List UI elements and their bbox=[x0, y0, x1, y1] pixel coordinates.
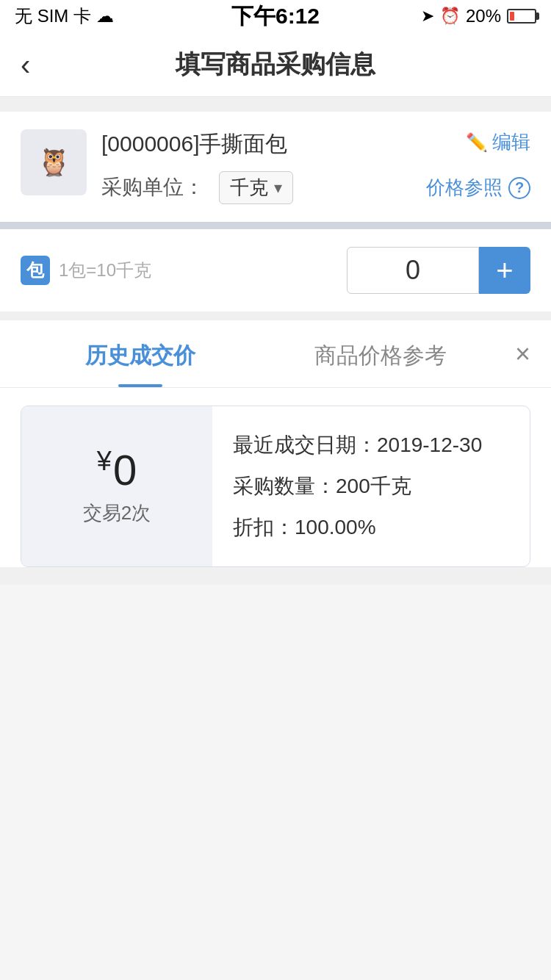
quantity-row: 包 1包=10千克 + bbox=[0, 229, 551, 311]
battery-percent: 20% bbox=[466, 6, 501, 26]
quantity-plus-button[interactable]: + bbox=[479, 247, 530, 294]
history-price-panel: ¥0 交易2次 bbox=[21, 406, 212, 566]
product-card: 🦉 [0000006]手撕面包 ✏️ 编辑 采购单位： 千克 ▾ 价格参照 bbox=[0, 112, 551, 222]
discount-row: 折扣：100.00% bbox=[233, 512, 509, 543]
back-button[interactable]: ‹ bbox=[21, 50, 30, 79]
main-content-area bbox=[0, 585, 551, 980]
status-left: 无 SIM 卡 ☁ bbox=[15, 4, 114, 28]
product-name: [0000006]手撕面包 bbox=[101, 129, 287, 159]
product-header: [0000006]手撕面包 ✏️ 编辑 bbox=[101, 129, 530, 159]
status-bar: 无 SIM 卡 ☁ 下午6:12 ➤ ⏰ 20% bbox=[0, 0, 551, 32]
status-time: 下午6:12 bbox=[231, 1, 320, 32]
tab-header: 历史成交价 商品价格参考 × bbox=[0, 320, 551, 388]
dropdown-arrow-icon: ▾ bbox=[274, 179, 282, 198]
unit-conversion: 1包=10千克 bbox=[59, 259, 151, 282]
tab-history-price[interactable]: 历史成交价 bbox=[21, 320, 260, 387]
purchase-qty-row: 采购数量：200千克 bbox=[233, 471, 509, 502]
product-unit-row: 采购单位： 千克 ▾ 价格参照 ? bbox=[101, 171, 530, 204]
quantity-label: 包 1包=10千克 bbox=[21, 256, 151, 285]
unit-left: 采购单位： 千克 ▾ bbox=[101, 171, 293, 204]
tab-section: 历史成交价 商品价格参考 × ¥0 交易2次 最近成交日期：2019-12-30… bbox=[0, 320, 551, 567]
tab-product-price[interactable]: 商品价格参考 bbox=[260, 320, 500, 387]
unit-badge: 包 bbox=[21, 256, 50, 285]
page-title: 填写商品采购信息 bbox=[176, 48, 375, 82]
section-divider bbox=[0, 222, 551, 229]
trade-date-row: 最近成交日期：2019-12-30 bbox=[233, 430, 509, 461]
trade-date-value: 2019-12-30 bbox=[377, 433, 482, 456]
edit-label: 编辑 bbox=[492, 129, 530, 155]
nav-bar: ‹ 填写商品采购信息 bbox=[0, 32, 551, 97]
tab-close-button[interactable]: × bbox=[500, 326, 530, 382]
product-info: [0000006]手撕面包 ✏️ 编辑 采购单位： 千克 ▾ 价格参照 ? bbox=[101, 129, 530, 204]
price-reference-button[interactable]: 价格参照 ? bbox=[426, 175, 530, 201]
history-card: ¥0 交易2次 最近成交日期：2019-12-30 采购数量：200千克 折扣：… bbox=[21, 406, 530, 567]
purchase-qty-label: 采购数量： bbox=[233, 475, 336, 497]
history-price-value: ¥0 bbox=[97, 447, 137, 494]
unit-selector[interactable]: 千克 ▾ bbox=[219, 171, 293, 204]
status-right: ➤ ⏰ 20% bbox=[421, 6, 536, 26]
trade-count: 交易2次 bbox=[83, 500, 151, 526]
sim-label: 无 SIM 卡 ☁ bbox=[15, 4, 114, 28]
battery-icon bbox=[507, 9, 536, 24]
discount-value: 100.00% bbox=[295, 516, 376, 538]
purchase-qty-value: 200千克 bbox=[336, 475, 411, 497]
edit-icon: ✏️ bbox=[466, 132, 488, 153]
help-icon: ? bbox=[508, 177, 530, 199]
trade-date-label: 最近成交日期： bbox=[233, 433, 377, 456]
quantity-input[interactable] bbox=[347, 247, 479, 294]
discount-label: 折扣： bbox=[233, 516, 295, 538]
unit-label: 采购单位： bbox=[101, 176, 204, 198]
history-details-panel: 最近成交日期：2019-12-30 采购数量：200千克 折扣：100.00% bbox=[212, 406, 530, 566]
product-image-icon: 🦉 bbox=[37, 147, 71, 178]
currency-symbol: ¥ bbox=[97, 446, 112, 476]
price-ref-label: 价格参照 bbox=[426, 175, 503, 201]
location-icon: ➤ bbox=[421, 7, 434, 26]
product-thumbnail: 🦉 bbox=[21, 129, 87, 195]
edit-button[interactable]: ✏️ 编辑 bbox=[466, 129, 530, 155]
quantity-input-wrap: + bbox=[347, 247, 530, 294]
alarm-icon: ⏰ bbox=[440, 7, 460, 26]
